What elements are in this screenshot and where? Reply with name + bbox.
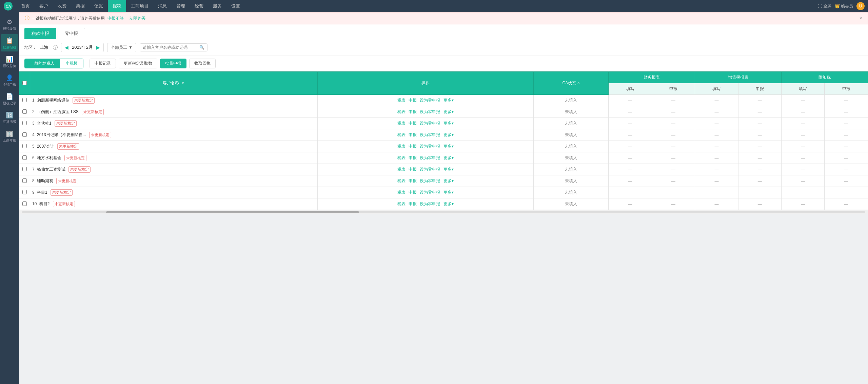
op-zero-declare[interactable]: 设为零申报	[420, 121, 440, 126]
fullscreen-btn[interactable]: ⛶ 全屏	[818, 3, 831, 9]
row-checkbox[interactable]	[19, 129, 30, 141]
row-checkbox[interactable]	[19, 164, 30, 175]
row-check-5[interactable]	[22, 155, 27, 160]
row-checkbox[interactable]	[19, 106, 30, 118]
row-checkbox[interactable]	[19, 95, 30, 106]
app-logo[interactable]: CA	[3, 1, 13, 11]
op-zero-declare[interactable]: 设为零申报	[420, 167, 440, 172]
op-tax-table[interactable]: 税表	[397, 109, 406, 114]
nav-invoice[interactable]: 票据	[71, 0, 90, 12]
row-check-6[interactable]	[22, 167, 27, 171]
op-more[interactable]: 更多▾	[443, 144, 454, 149]
nav-bookkeep[interactable]: 记账	[90, 0, 108, 12]
check-all-checkbox[interactable]	[22, 81, 27, 85]
row-check-9[interactable]	[22, 201, 27, 206]
sidebar-item-batch-tax[interactable]: 📋 批量报税	[1, 34, 18, 51]
nav-home[interactable]: 首页	[16, 0, 35, 12]
row-checkbox[interactable]	[19, 198, 30, 210]
row-checkbox[interactable]	[19, 187, 30, 198]
notice-close-btn[interactable]: ×	[859, 15, 862, 21]
prev-month-btn[interactable]: ◀	[65, 45, 68, 50]
nav-message[interactable]: 消息	[153, 0, 172, 12]
sidebar-item-business-annual[interactable]: 🏢 工商年报	[1, 127, 18, 145]
collect-receipt-btn[interactable]: 收取回执	[189, 59, 216, 68]
op-declare[interactable]: 申报	[409, 109, 417, 114]
op-declare[interactable]: 申报	[409, 144, 417, 149]
sidebar-item-tax-settings[interactable]: ⚙ 报税设置	[1, 16, 18, 33]
nav-manage[interactable]: 管理	[172, 0, 190, 12]
op-tax-table[interactable]: 税表	[397, 167, 406, 172]
member-btn[interactable]: 👑 畅会员	[835, 3, 853, 9]
op-zero-declare[interactable]: 设为零申报	[420, 155, 440, 160]
op-more[interactable]: 更多▾	[443, 132, 454, 137]
nav-service[interactable]: 服务	[208, 0, 226, 12]
declaration-records-btn[interactable]: 申报记录	[90, 59, 116, 68]
row-check-1[interactable]	[22, 109, 27, 114]
row-checkbox[interactable]	[19, 152, 30, 164]
op-zero-declare[interactable]: 设为零申报	[420, 178, 440, 183]
op-tax-table[interactable]: 税表	[397, 144, 406, 149]
sidebar-item-tax-overview[interactable]: 📊 报税总览	[1, 53, 18, 70]
op-declare[interactable]: 申报	[409, 167, 417, 172]
sidebar-item-calc-clear[interactable]: 🔢 汇算清缴	[1, 109, 18, 126]
update-tax-btn[interactable]: 更新税定及取数	[119, 59, 157, 68]
row-checkbox[interactable]	[19, 141, 30, 152]
op-zero-declare[interactable]: 设为零申报	[420, 98, 440, 103]
op-zero-declare[interactable]: 设为零申报	[420, 109, 440, 114]
sort-icon[interactable]: ▼	[181, 81, 185, 85]
op-tax-table[interactable]: 税表	[397, 98, 406, 103]
user-avatar[interactable]: U	[856, 2, 865, 10]
op-more[interactable]: 更多▾	[443, 201, 454, 206]
row-check-8[interactable]	[22, 190, 27, 194]
op-tax-table[interactable]: 税表	[397, 121, 406, 126]
op-tax-table[interactable]: 税表	[397, 178, 406, 183]
op-declare[interactable]: 申报	[409, 201, 417, 206]
op-more[interactable]: 更多▾	[443, 109, 454, 114]
row-check-0[interactable]	[22, 98, 27, 102]
op-declare[interactable]: 申报	[409, 98, 417, 103]
notice-link2[interactable]: 立即购买	[129, 16, 145, 21]
tab-general-taxpayer[interactable]: 一般的纳税人	[25, 59, 60, 68]
op-more[interactable]: 更多▾	[443, 167, 454, 172]
op-more[interactable]: 更多▾	[443, 121, 454, 126]
location-info-icon[interactable]: i	[53, 45, 58, 50]
op-more[interactable]: 更多▾	[443, 190, 454, 195]
scrollbar-track[interactable]	[22, 211, 865, 213]
op-zero-declare[interactable]: 设为零申报	[420, 132, 440, 137]
tab-zero-declaration[interactable]: 零申报	[58, 28, 85, 39]
op-zero-declare[interactable]: 设为零申报	[420, 144, 440, 149]
horizontal-scrollbar[interactable]	[19, 210, 868, 214]
dept-select[interactable]: 全部员工 ▼	[107, 43, 136, 52]
sidebar-item-personal-tax[interactable]: 👤 个税申报	[1, 71, 18, 89]
row-checkbox[interactable]	[19, 118, 30, 129]
op-more[interactable]: 更多▾	[443, 155, 454, 160]
op-declare[interactable]: 申报	[409, 178, 417, 183]
nav-client[interactable]: 客户	[35, 0, 53, 12]
scrollbar-thumb[interactable]	[106, 211, 359, 213]
op-declare[interactable]: 申报	[409, 190, 417, 195]
row-check-3[interactable]	[22, 132, 27, 137]
op-more[interactable]: 更多▾	[443, 178, 454, 183]
op-tax-table[interactable]: 税表	[397, 155, 406, 160]
row-check-2[interactable]	[22, 121, 27, 125]
nav-fee[interactable]: 收费	[53, 0, 71, 12]
op-declare[interactable]: 申报	[409, 132, 417, 137]
op-zero-declare[interactable]: 设为零申报	[420, 201, 440, 206]
row-check-4[interactable]	[22, 144, 27, 148]
row-checkbox[interactable]	[19, 175, 30, 187]
nav-tax[interactable]: 报税	[108, 0, 126, 12]
op-zero-declare[interactable]: 设为零申报	[420, 190, 440, 195]
op-tax-table[interactable]: 税表	[397, 201, 406, 206]
tab-tax-declaration[interactable]: 税款申报	[24, 28, 56, 39]
next-month-btn[interactable]: ▶	[96, 45, 100, 50]
op-tax-table[interactable]: 税表	[397, 132, 406, 137]
search-input[interactable]	[143, 45, 198, 50]
sidebar-item-tax-records[interactable]: 📄 报税记录	[1, 90, 18, 107]
op-tax-table[interactable]: 税表	[397, 190, 406, 195]
nav-operation[interactable]: 经营	[190, 0, 208, 12]
tab-small-scale[interactable]: 小规模	[60, 59, 83, 68]
nav-settings[interactable]: 设置	[226, 0, 245, 12]
notice-link1[interactable]: 申报汇签	[107, 16, 124, 21]
row-check-7[interactable]	[22, 178, 27, 183]
nav-business[interactable]: 工商项目	[126, 0, 153, 12]
